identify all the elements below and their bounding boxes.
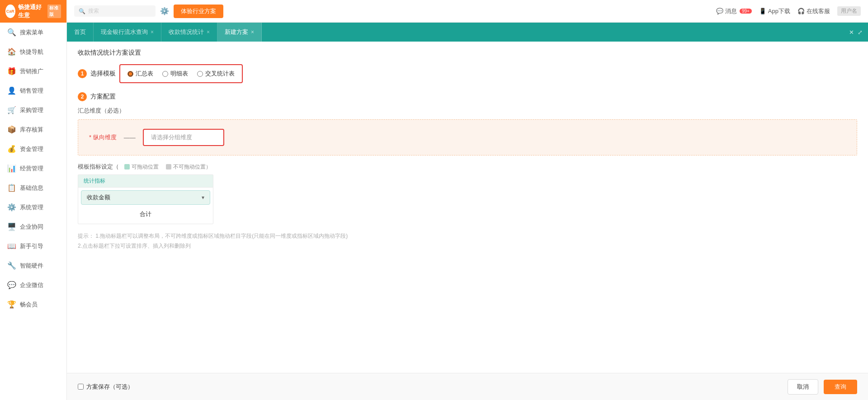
tabbar: 首页现金银行流水查询×收款情况统计×新建方案× ✕ ⤢ (67, 23, 868, 42)
hint-draggable-dot (124, 164, 130, 169)
sidebar-item-销售管理[interactable]: 👤销售管理 (0, 81, 66, 100)
header: 🔍 搜索 ⚙️ 体验行业方案 💬 消息 99+ 📱 App下载 🎧 在线客服 用… (67, 0, 868, 23)
hint-draggable: 可拖动位置 (124, 163, 159, 171)
header-right: 💬 消息 99+ 📱 App下载 🎧 在线客服 用户名 (716, 6, 861, 16)
logo-text: 畅捷通好生意 (18, 3, 43, 19)
user-info[interactable]: 用户名 (837, 6, 861, 16)
app-tag: 标准版 (47, 5, 61, 18)
step1-title: 选择模板 (90, 70, 116, 78)
hint-draggable-label: 可拖动位置 (132, 163, 159, 171)
hint-non-draggable-label: 不可拖动位置） (173, 163, 211, 171)
cancel-button[interactable]: 取消 (788, 379, 818, 395)
tab-close-icon[interactable]: × (151, 29, 154, 35)
radio-cross[interactable]: 交叉统计表 (197, 70, 235, 78)
content-inner: 收款情况统计方案设置 1 选择模板 汇总表 明细表 (67, 42, 868, 267)
sidebar-item-企业协同[interactable]: 🖥️企业协同 (0, 217, 66, 236)
search-icon: 🔍 (79, 8, 85, 14)
dimension-row: * 纵向维度 —— 请选择分组维度 (89, 129, 846, 146)
metrics-hint: 可拖动位置 不可拖动位置） (124, 163, 211, 171)
sidebar-item-畅会员[interactable]: 🏆畅会员 (0, 295, 66, 314)
service-icon: 🎧 (797, 8, 805, 14)
sidebar-item-营销推广[interactable]: 🎁营销推广 (0, 61, 66, 81)
confirm-button[interactable]: 查询 (824, 380, 857, 394)
save-checkbox[interactable] (78, 384, 84, 390)
logo-icon: CaR (5, 5, 15, 18)
sidebar-item-企业微信[interactable]: 💬企业微信 (0, 275, 66, 295)
search-bar[interactable]: 🔍 搜索 (74, 5, 156, 17)
radio-detail[interactable]: 明细表 (162, 70, 188, 78)
sidebar-nav: 🔍搜索菜单🏠快捷导航🎁营销推广👤销售管理🛒采购管理📦库存核算💰资金管理📊经营管理… (0, 23, 66, 314)
step1-header: 1 选择模板 汇总表 明细表 交叉统计表 (78, 64, 857, 83)
sidebar-item-新手引导[interactable]: 📖新手引导 (0, 236, 66, 256)
dimension-row-label: * 纵向维度 (89, 133, 117, 141)
download-icon: 📱 (759, 8, 766, 14)
metric-total: 合计 (81, 207, 210, 221)
tabs-container: 首页现金银行流水查询×收款情况统计×新建方案× (67, 23, 262, 42)
logo-abbr: CaR (6, 9, 14, 14)
sidebar-item-采购管理[interactable]: 🛒采购管理 (0, 100, 66, 120)
tab-现金银行流水查询[interactable]: 现金银行流水查询× (94, 23, 161, 42)
radio-cross-input[interactable] (197, 71, 203, 77)
service-item[interactable]: 🎧 在线客服 (797, 7, 830, 15)
search-placeholder: 搜索 (88, 7, 99, 15)
metric-chip-label: 收款金额 (87, 193, 110, 202)
sidebar-item-系统管理[interactable]: ⚙️系统管理 (0, 198, 66, 217)
message-label: 消息 (725, 7, 737, 15)
maximize-icon[interactable]: ⤢ (858, 29, 863, 36)
user-name: 用户名 (837, 6, 861, 16)
radio-detail-label: 明细表 (170, 70, 188, 78)
footer: 方案保存（可选） 取消 查询 (67, 373, 868, 400)
metric-chip-dropdown-icon[interactable]: ▾ (202, 194, 204, 201)
main-area: 🔍 搜索 ⚙️ 体验行业方案 💬 消息 99+ 📱 App下载 🎧 在线客服 用… (67, 0, 868, 400)
industry-btn[interactable]: 体验行业方案 (174, 5, 223, 18)
sidebar-item-资金管理[interactable]: 💰资金管理 (0, 139, 66, 159)
header-left: 🔍 搜索 ⚙️ 体验行业方案 (74, 5, 223, 18)
metrics-section: 模板指标设定（ 可拖动位置 不可拖动位置） (78, 163, 857, 224)
sidebar-item-库存核算[interactable]: 📦库存核算 (0, 120, 66, 139)
sidebar-item-快捷导航[interactable]: 🏠快捷导航 (0, 42, 66, 61)
tabbar-actions: ✕ ⤢ (844, 23, 868, 42)
download-item[interactable]: 📱 App下载 (759, 7, 790, 15)
tab-收款情况统计[interactable]: 收款情况统计× (161, 23, 217, 42)
tab-close-icon[interactable]: × (251, 29, 254, 35)
gear-icon[interactable]: ⚙️ (160, 7, 169, 15)
radio-summary-input[interactable] (127, 71, 133, 77)
message-badge: 99+ (740, 9, 752, 14)
hint-non-draggable-dot (166, 164, 171, 169)
hint-non-draggable: 不可拖动位置） (166, 163, 211, 171)
sidebar-logo: CaR 畅捷通好生意 标准版 (0, 0, 66, 23)
tab-首页[interactable]: 首页 (67, 23, 94, 42)
step2-section: 2 方案配置 汇总维度（必选） * 纵向维度 —— 请选择分组维度 (78, 92, 857, 251)
tab-新建方案[interactable]: 新建方案× (217, 23, 262, 42)
save-label: 方案保存（可选） (86, 383, 133, 391)
step2-title: 方案配置 (90, 93, 116, 101)
metrics-section-header: 统计指标 (78, 175, 213, 188)
dimension-input[interactable]: 请选择分组维度 (143, 129, 224, 146)
sidebar-item-搜索菜单[interactable]: 🔍搜索菜单 (0, 23, 66, 42)
sidebar: CaR 畅捷通好生意 标准版 🔍搜索菜单🏠快捷导航🎁营销推广👤销售管理🛒采购管理… (0, 0, 67, 400)
metrics-label: 模板指标设定（ 可拖动位置 不可拖动位置） (78, 163, 857, 171)
sidebar-item-经营管理[interactable]: 📊经营管理 (0, 159, 66, 178)
sidebar-item-智能硬件[interactable]: 🔧智能硬件 (0, 256, 66, 275)
message-item[interactable]: 💬 消息 99+ (716, 7, 752, 15)
tab-close-icon[interactable]: × (207, 29, 210, 35)
radio-summary-label: 汇总表 (136, 70, 153, 78)
tips-area: 提示： 1.拖动标题栏可以调整布局，不可跨维度或指标区域拖动栏目字段(只能在同一… (78, 231, 857, 251)
service-label: 在线客服 (807, 7, 830, 15)
metrics-table: 统计指标 收款金额 ▾ 合计 (78, 174, 213, 224)
dimension-arrow: —— (124, 134, 136, 141)
save-checkbox-label[interactable]: 方案保存（可选） (78, 383, 133, 391)
radio-summary[interactable]: 汇总表 (127, 70, 153, 78)
dimension-title: 汇总维度（必选） (78, 107, 857, 115)
radio-detail-input[interactable] (162, 71, 168, 77)
dimension-area: * 纵向维度 —— 请选择分组维度 (78, 119, 857, 155)
step2-header: 2 方案配置 (78, 92, 857, 101)
tip-2: 2.点击标题栏下拉可设置排序、插入列和删除列 (78, 241, 857, 251)
metric-chip-payment[interactable]: 收款金额 ▾ (81, 190, 210, 205)
close-all-icon[interactable]: ✕ (849, 29, 854, 36)
message-icon: 💬 (716, 8, 723, 14)
dimension-section: 汇总维度（必选） * 纵向维度 —— 请选择分组维度 (78, 107, 857, 155)
sidebar-item-基础信息[interactable]: 📋基础信息 (0, 178, 66, 198)
download-label: App下载 (768, 7, 790, 15)
step1-section: 1 选择模板 汇总表 明细表 交叉统计表 (78, 64, 857, 83)
